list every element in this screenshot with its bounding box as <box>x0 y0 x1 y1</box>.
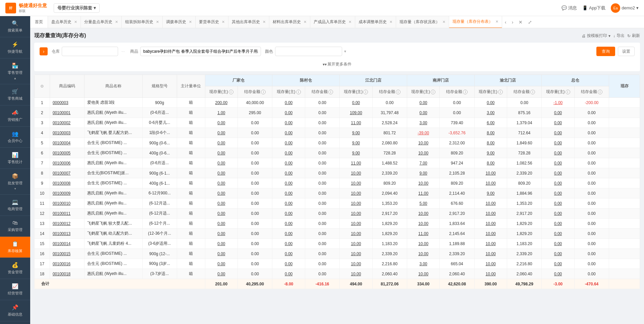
row-cj-stock[interactable]: 0.00 <box>205 168 238 178</box>
user-menu[interactable]: Ea demo2 ▾ <box>611 3 639 13</box>
row-cj-stock[interactable]: 0.00 <box>205 229 238 239</box>
row-total-stock[interactable]: 0.00 <box>542 249 575 259</box>
row-yb-stock[interactable]: 6.00 <box>474 118 507 128</box>
row-total-stock[interactable]: -1.00 <box>542 98 575 108</box>
close-icon[interactable]: ✕ <box>189 20 192 24</box>
row-yb-stock[interactable]: 9.00 <box>474 188 507 198</box>
demo-dropdown[interactable]: 母婴行业演示陈套 ▾ <box>54 3 100 13</box>
row-na-stock[interactable]: 10.00 <box>407 249 440 259</box>
row-code[interactable]: 00100004 <box>50 138 84 148</box>
sidebar-item-marketing[interactable]: 📣 营销推广 <box>0 105 30 127</box>
row-cj-stock[interactable]: 200.00 <box>205 98 238 108</box>
row-na-stock[interactable]: 5.00 <box>407 198 440 209</box>
info-icon[interactable]: i <box>396 90 400 94</box>
row-na-stock[interactable]: 10.00 <box>407 148 440 158</box>
row-code[interactable]: 00100011 <box>50 209 84 219</box>
tab-transfer[interactable]: 调拨单历史 ✕ <box>163 16 196 28</box>
row-na-stock[interactable]: -39.00 <box>407 128 440 138</box>
info-icon[interactable]: i <box>498 90 503 94</box>
row-code[interactable]: 00100009 <box>50 188 84 198</box>
row-code[interactable]: 00100015 <box>50 249 84 259</box>
sidebar-item-system[interactable]: ⚙ 系统管理 <box>0 321 30 324</box>
sidebar-item-operation[interactable]: 📈 经营管理 <box>0 279 30 300</box>
row-jb-stock[interactable]: 10.00 <box>340 249 373 259</box>
close-icon[interactable]: ✕ <box>442 20 445 24</box>
row-cj-stock[interactable]: 0.00 <box>205 249 238 259</box>
row-cj-stock[interactable]: 0.00 <box>205 239 238 249</box>
row-na-stock[interactable]: 11.00 <box>407 229 440 239</box>
warehouse-input[interactable] <box>62 47 118 56</box>
info-icon[interactable]: i <box>363 90 368 94</box>
row-code[interactable]: 00100012 <box>50 219 84 229</box>
row-cj-stock[interactable]: 0.00 <box>205 148 238 158</box>
refresh-btn[interactable]: ↻ 刷新 <box>627 33 640 39</box>
tab-stock-dist[interactable]: 现存量（库存分布表） ✕ <box>449 16 502 28</box>
sidebar-item-member[interactable]: 👥 会员中心 <box>0 127 30 148</box>
row-yb-stock[interactable]: 9.00 <box>474 148 507 158</box>
row-total-stock[interactable]: 0.00 <box>542 168 575 178</box>
row-cj-stock[interactable]: 0.00 <box>205 128 238 138</box>
row-total-stock[interactable]: 0.00 <box>542 138 575 148</box>
info-icon[interactable]: i <box>431 90 435 94</box>
tab-prev-btn[interactable]: ‹ <box>502 16 509 28</box>
row-jb-stock[interactable]: 9.00 <box>340 148 373 158</box>
row-jb-stock[interactable]: 11.00 <box>340 158 373 168</box>
row-na-stock[interactable]: 9.00 <box>407 168 440 178</box>
close-icon[interactable]: ✕ <box>222 20 225 24</box>
row-cj-stock[interactable]: 0.00 <box>205 178 238 188</box>
row-total-stock[interactable]: 0.00 <box>542 219 575 229</box>
tab-product-in[interactable]: 产成品入库单历史 ✕ <box>310 16 355 28</box>
row-na-stock[interactable]: 0.00 <box>407 108 440 118</box>
info-icon[interactable]: i <box>328 90 333 94</box>
row-cc-stock[interactable]: 0.00 <box>272 219 305 229</box>
row-code[interactable]: 00100014 <box>50 239 84 249</box>
row-na-stock[interactable]: 0.00 <box>407 98 440 108</box>
row-code[interactable]: 00100016 <box>50 259 84 269</box>
row-jb-stock[interactable]: 10.00 <box>340 259 373 269</box>
row-yb-stock[interactable]: 10.00 <box>474 168 507 178</box>
tab-material-out[interactable]: 材料出库单历史 ✕ <box>269 16 310 28</box>
row-code[interactable]: 00100003 <box>50 128 84 138</box>
tab-split-spot[interactable]: 分量盘点单历史 ✕ <box>81 16 122 28</box>
row-total-stock[interactable]: 0.00 <box>542 118 575 128</box>
row-total-stock[interactable]: 0.00 <box>542 259 575 269</box>
close-icon[interactable]: ✕ <box>115 20 118 24</box>
tab-next-btn[interactable]: › <box>509 16 516 28</box>
row-cc-stock[interactable]: 0.00 <box>272 128 305 138</box>
row-jb-stock[interactable]: 9.00 <box>340 128 373 138</box>
row-jb-stock[interactable]: 10.00 <box>340 219 373 229</box>
print-btn[interactable]: 🖨 按模板打印 ▾ <box>582 33 610 39</box>
row-jb-stock[interactable]: 10.00 <box>340 188 373 198</box>
tab-home[interactable]: 首页 <box>30 16 48 28</box>
row-cj-stock[interactable]: 0.00 <box>205 219 238 229</box>
app-download-btn[interactable]: 📱 App下载 <box>582 5 605 11</box>
info-icon[interactable]: i <box>566 90 570 94</box>
tab-spot-single[interactable]: 盘点单历史 ✕ <box>48 16 81 28</box>
row-yb-stock[interactable]: 10.00 <box>474 198 507 209</box>
sidebar-item-retail[interactable]: 🏪 零售管理 ▲ <box>0 58 30 84</box>
close-icon[interactable]: ✕ <box>74 20 77 24</box>
info-icon[interactable]: i <box>296 90 301 94</box>
row-cj-stock[interactable]: 0.00 <box>205 269 238 279</box>
row-yb-stock[interactable]: 10.00 <box>474 249 507 259</box>
row-cj-stock[interactable]: 1.00 <box>205 108 238 118</box>
row-cc-stock[interactable]: 0.00 <box>272 209 305 219</box>
row-total-stock[interactable]: 0.00 <box>542 209 575 219</box>
row-jb-stock[interactable]: 10.00 <box>340 209 373 219</box>
row-code[interactable]: 00100010 <box>50 198 84 209</box>
sidebar-item-wholesale[interactable]: 📦 批发管理 ▾ <box>0 169 30 195</box>
row-total-stock[interactable]: 0.00 <box>542 148 575 158</box>
row-jb-stock[interactable]: 9.00 <box>340 138 373 148</box>
row-yb-stock[interactable]: 3.00 <box>474 108 507 118</box>
row-code[interactable]: 00100005 <box>50 148 84 158</box>
row-yb-stock[interactable]: 8.00 <box>474 138 507 148</box>
row-cc-stock[interactable]: 0.00 <box>272 158 305 168</box>
sidebar-item-finance[interactable]: 💰 资金管理 <box>0 258 30 279</box>
row-na-stock[interactable]: 10.00 <box>407 209 440 219</box>
sidebar-item-basic[interactable]: 📌 基础信息 <box>0 300 30 321</box>
row-cc-stock[interactable]: 0.00 <box>272 259 305 269</box>
row-cc-stock[interactable]: 0.00 <box>272 118 305 128</box>
close-icon[interactable]: ✕ <box>348 20 352 24</box>
row-code[interactable]: 0000003 <box>50 98 84 108</box>
settings-search-btn[interactable]: 设置 <box>618 47 635 56</box>
